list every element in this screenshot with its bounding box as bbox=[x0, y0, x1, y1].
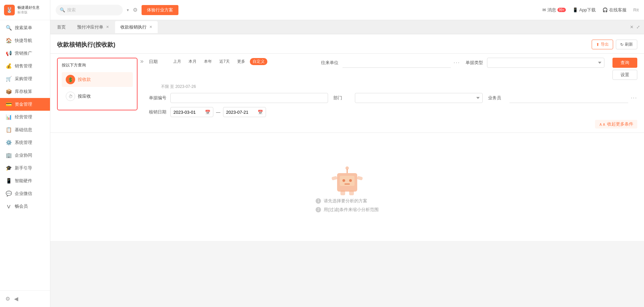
page-actions: ⬆ 导出 ↻ 刷新 bbox=[592, 40, 637, 49]
sidebar-item-newbie[interactable]: 🎓新手引导 bbox=[0, 162, 50, 174]
sidebar-item-inventory[interactable]: 📦库存核算 bbox=[0, 85, 50, 98]
user-avatar[interactable]: Rit bbox=[633, 7, 639, 12]
filter-by-receipt[interactable]: 💲 按收款 bbox=[62, 72, 133, 87]
hardware-icon: 📱 bbox=[5, 178, 12, 184]
filter-receivable-label: 按应收 bbox=[78, 93, 91, 99]
date-custom[interactable]: 自定义 bbox=[250, 58, 267, 65]
sidebar-item-quicknav[interactable]: 🏠快捷导航 bbox=[0, 34, 50, 47]
topbar: 🔍 搜索 ▾ ⚙ 体验行业方案 ✉ 消息 99+ 📱 App下载 🎧 在线客服 … bbox=[50, 0, 644, 20]
inventory-icon: 📦 bbox=[5, 89, 12, 95]
settings-bottom-icon[interactable]: ⚙ bbox=[5, 296, 10, 302]
verify-date-end-input[interactable] bbox=[226, 110, 256, 115]
tabs-actions[interactable]: ✕⤢ bbox=[630, 24, 643, 30]
verify-date-start-input[interactable] bbox=[173, 110, 204, 115]
service-button[interactable]: 🎧 在线客服 bbox=[602, 7, 627, 13]
filter-collapse-icon[interactable]: » bbox=[140, 58, 144, 65]
sidebar-item-system[interactable]: ⚙️系统管理 bbox=[0, 136, 50, 149]
tab-close-prepay[interactable]: ✕ bbox=[106, 25, 109, 29]
tab-prepay[interactable]: 预付冲应付单✕ bbox=[72, 21, 114, 33]
export-button[interactable]: ⬆ 导出 bbox=[592, 40, 613, 49]
purchase-icon: 🛒 bbox=[5, 76, 12, 82]
page-body: 收款核销执行(按收款) ⬆ 导出 ↻ 刷新 按以下方查询 💲 bbox=[50, 34, 644, 307]
sidebar-item-purchase[interactable]: 🛒采购管理 bbox=[0, 72, 50, 85]
member-icon: V bbox=[5, 204, 12, 209]
operation-icon: 📊 bbox=[5, 114, 12, 120]
partner-dots[interactable]: ··· bbox=[453, 60, 460, 66]
app-label: App下载 bbox=[579, 7, 596, 13]
date-7days[interactable]: 近7天 bbox=[217, 58, 232, 65]
filter-by-receivable[interactable]: ⏱ 按应收 bbox=[62, 89, 133, 104]
collapse-sidebar-icon[interactable]: ◀ bbox=[14, 296, 18, 302]
sidebar-item-label: 基础信息 bbox=[15, 127, 32, 133]
sidebar-item-basic[interactable]: 📋基础信息 bbox=[0, 123, 50, 136]
basic-icon: 📋 bbox=[5, 127, 12, 133]
calendar-end-icon[interactable]: 📅 bbox=[258, 110, 263, 115]
doc-type-select[interactable] bbox=[487, 58, 604, 68]
sidebar-item-member[interactable]: V畅会员 bbox=[0, 200, 50, 213]
maximize-icon[interactable]: ⤢ bbox=[636, 24, 640, 30]
tab-label: 预付冲应付单 bbox=[77, 24, 103, 30]
sidebar-item-search[interactable]: 🔍搜索菜单 bbox=[0, 21, 50, 34]
sidebar-item-wechat[interactable]: 💬企业微信 bbox=[0, 187, 50, 200]
date-thismonth[interactable]: 本月 bbox=[186, 58, 199, 65]
topbar-gear-icon[interactable]: ⚙ bbox=[133, 7, 138, 13]
empty-state: 1 请先选择要分析的方案 2 用[过滤]条件来缩小分析范围 bbox=[57, 133, 637, 241]
filter-panel-title: 按以下方查询 bbox=[62, 62, 133, 68]
sidebar-item-label: 畅会员 bbox=[15, 203, 28, 209]
svg-point-6 bbox=[345, 166, 349, 170]
filter-left-panel: 按以下方查询 💲 按收款 ⏱ 按应收 bbox=[57, 58, 138, 110]
svg-rect-9 bbox=[340, 191, 345, 195]
refresh-button[interactable]: ↻ 刷新 bbox=[616, 40, 637, 49]
tab-close-receipts[interactable]: ✕ bbox=[149, 25, 152, 29]
sidebar-item-marketing[interactable]: 📢营销推广 bbox=[0, 47, 50, 60]
topbar-chevron-icon[interactable]: ▾ bbox=[127, 8, 129, 12]
quicknav-icon: 🏠 bbox=[5, 38, 12, 44]
app-download-button[interactable]: 📱 App下载 bbox=[573, 7, 596, 13]
enterprise-icon: 🏢 bbox=[5, 152, 12, 158]
date-thisyear[interactable]: 本年 bbox=[201, 58, 215, 65]
tab-receipts[interactable]: 收款核销执行✕ bbox=[115, 21, 158, 33]
verify-date-end-wrapper: 📅 bbox=[223, 107, 266, 117]
sidebar-item-label: 新手引导 bbox=[15, 165, 32, 171]
system-icon: ⚙️ bbox=[5, 140, 12, 146]
sidebar-item-label: 企业协同 bbox=[15, 152, 32, 158]
solution-button[interactable]: 体验行业方案 bbox=[142, 5, 178, 15]
sidebar-item-sales[interactable]: 💰销售管理 bbox=[0, 60, 50, 72]
topbar-right: ✉ 消息 99+ 📱 App下载 🎧 在线客服 Rit bbox=[542, 7, 639, 13]
message-button[interactable]: ✉ 消息 99+ bbox=[542, 7, 566, 13]
sidebar-item-finance[interactable]: 💳资金管理 bbox=[0, 98, 50, 111]
sidebar: 🐰 畅捷通好生意 标准版 🔍搜索菜单🏠快捷导航📢营销推广💰销售管理🛒采购管理📦库… bbox=[0, 0, 50, 307]
dept-select[interactable] bbox=[355, 93, 483, 103]
sidebar-item-enterprise[interactable]: 🏢企业协同 bbox=[0, 149, 50, 162]
message-badge: 99+ bbox=[557, 8, 566, 12]
message-icon: ✉ bbox=[542, 7, 546, 12]
page-title: 收款核销执行(按收款) bbox=[57, 41, 115, 49]
newbie-icon: 🎓 bbox=[5, 165, 12, 171]
logo-text: 畅捷通好生意 标准版 bbox=[17, 5, 40, 14]
empty-tip-1: 1 请先选择要分析的方案 bbox=[316, 197, 378, 205]
doc-no-input[interactable] bbox=[170, 93, 328, 103]
topbar-search[interactable]: 🔍 搜索 bbox=[56, 5, 123, 15]
filter-settings-button[interactable]: 设置 bbox=[612, 70, 637, 80]
staff-dots[interactable]: ··· bbox=[631, 95, 637, 101]
collapse-button[interactable]: ∧∧ 收起更多条件 bbox=[595, 120, 637, 129]
query-button[interactable]: 查询 bbox=[612, 58, 637, 68]
page-header: 收款核销执行(按收款) ⬆ 导出 ↻ 刷新 bbox=[50, 34, 644, 54]
tab-label: 收款核销执行 bbox=[120, 24, 147, 30]
sidebar-logo: 🐰 畅捷通好生意 标准版 bbox=[0, 0, 50, 20]
svg-point-2 bbox=[342, 179, 345, 182]
message-label: 消息 bbox=[547, 7, 556, 13]
calendar-start-icon[interactable]: 📅 bbox=[205, 110, 210, 115]
tab-home[interactable]: 首页 bbox=[52, 21, 71, 33]
main-content: 🔍 搜索 ▾ ⚙ 体验行业方案 ✉ 消息 99+ 📱 App下载 🎧 在线客服 … bbox=[50, 0, 644, 307]
date-lastmonth[interactable]: 上月 bbox=[170, 58, 184, 65]
sidebar-item-operation[interactable]: 📊经营管理 bbox=[0, 111, 50, 123]
partner-label: 往来单位 bbox=[321, 60, 340, 66]
date-more[interactable]: 更多 bbox=[234, 58, 248, 65]
sidebar-item-hardware[interactable]: 📱智能硬件 bbox=[0, 174, 50, 187]
filter-receipt-label: 按收款 bbox=[78, 76, 91, 83]
collapse-more: ∧∧ 收起更多条件 bbox=[149, 120, 637, 129]
search-icon: 🔍 bbox=[60, 7, 65, 12]
close-tab-icon[interactable]: ✕ bbox=[630, 24, 634, 30]
sidebar-nav: 🔍搜索菜单🏠快捷导航📢营销推广💰销售管理🛒采购管理📦库存核算💳资金管理📊经营管理… bbox=[0, 20, 50, 290]
